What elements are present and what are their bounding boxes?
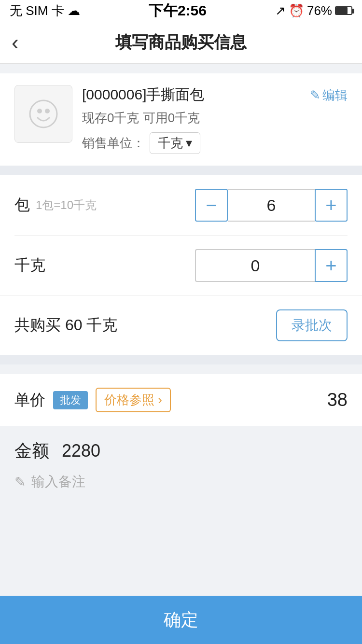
- package-qty-control: − +: [195, 189, 348, 222]
- package-minus-btn[interactable]: −: [195, 189, 228, 222]
- edit-button[interactable]: ✎ 编辑: [310, 87, 348, 104]
- remark-placeholder: 输入备注: [31, 473, 85, 491]
- sim-status: 无 SIM 卡 ☁: [10, 2, 80, 19]
- status-time: 下午2:56: [149, 1, 207, 21]
- remark-icon: ✎: [14, 474, 26, 490]
- kg-input-row: 千克 +: [14, 236, 348, 295]
- package-label: 包 1包=10千克: [14, 195, 97, 216]
- total-text: 共购买 60 千克: [14, 315, 117, 336]
- product-unit-row: 销售单位： 千克 ▾: [82, 132, 348, 154]
- package-qty-input[interactable]: [228, 189, 315, 222]
- back-button[interactable]: ‹: [12, 30, 19, 55]
- edit-label: 编辑: [322, 87, 348, 104]
- batch-button[interactable]: 录批次: [276, 309, 348, 341]
- battery-icon: [335, 6, 352, 15]
- amount-row: 金额 2280: [14, 439, 348, 463]
- kg-plus-btn[interactable]: +: [315, 249, 348, 282]
- price-label: 单价: [14, 390, 45, 411]
- section-divider-2: [0, 355, 362, 364]
- price-tag: 批发: [53, 391, 88, 409]
- total-row: 共购买 60 千克 录批次: [0, 295, 362, 355]
- price-ref-button[interactable]: 价格参照 ›: [96, 388, 171, 412]
- svg-point-1: [37, 109, 42, 113]
- input-section: 包 1包=10千克 − + 千克 +: [0, 175, 362, 295]
- amount-section: 金额 2280 ✎ 输入备注: [0, 426, 362, 501]
- price-section: 单价 批发 价格参照 › 38: [0, 374, 362, 426]
- price-value: 38: [327, 390, 348, 410]
- edit-icon: ✎: [310, 88, 320, 103]
- product-info: [0000006]手撕面包 现存0千克 可用0千克 销售单位： 千克 ▾: [82, 85, 348, 154]
- package-input-row: 包 1包=10千克 − +: [14, 175, 348, 236]
- location-icon: ↗: [275, 3, 286, 18]
- status-right: ↗ ⏰ 76%: [275, 3, 352, 18]
- alarm-icon: ⏰: [289, 3, 304, 18]
- dropdown-icon: ▾: [186, 136, 192, 151]
- remark-row[interactable]: ✎ 输入备注: [14, 473, 348, 491]
- nav-bar: ‹ 填写商品购买信息: [0, 21, 362, 64]
- amount-value: 2280: [62, 441, 100, 461]
- kg-qty-input[interactable]: [195, 249, 315, 282]
- status-bar: 无 SIM 卡 ☁ 下午2:56 ↗ ⏰ 76%: [0, 0, 362, 21]
- page-title: 填写商品购买信息: [115, 31, 247, 54]
- product-image: [14, 85, 72, 143]
- section-divider-1: [0, 166, 362, 175]
- unit-label: 销售单位：: [82, 135, 145, 152]
- package-plus-btn[interactable]: +: [315, 189, 348, 222]
- unit-select[interactable]: 千克 ▾: [150, 132, 200, 154]
- product-stock: 现存0千克 可用0千克: [82, 110, 348, 126]
- product-card: [0000006]手撕面包 现存0千克 可用0千克 销售单位： 千克 ▾ ✎ 编…: [0, 73, 362, 166]
- status-left: 无 SIM 卡 ☁: [10, 2, 80, 19]
- kg-qty-control: +: [195, 249, 348, 282]
- package-hint: 1包=10千克: [36, 197, 97, 213]
- back-icon: ‹: [12, 30, 19, 55]
- svg-point-0: [30, 100, 57, 127]
- battery-level: 76%: [307, 3, 332, 18]
- confirm-button[interactable]: 确定: [0, 596, 362, 644]
- kg-label: 千克: [14, 255, 45, 276]
- svg-point-2: [45, 109, 50, 113]
- amount-label: 金额: [14, 441, 49, 461]
- product-name: [0000006]手撕面包: [82, 85, 348, 105]
- price-row: 单价 批发 价格参照 › 38: [14, 388, 348, 412]
